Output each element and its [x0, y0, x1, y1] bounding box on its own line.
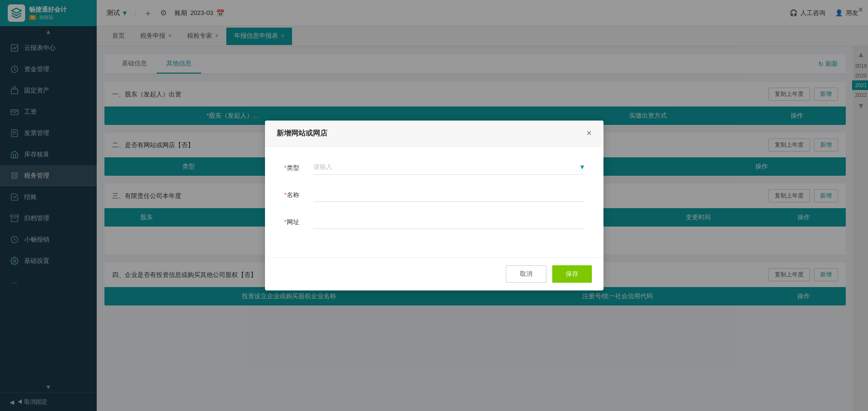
- modal-header: 新增网站或网店 ×: [265, 121, 603, 147]
- modal-close-button[interactable]: ×: [587, 128, 592, 138]
- form-field-type: **类型类型 ▾: [284, 161, 584, 175]
- url-input-wrapper: [313, 215, 584, 229]
- name-input[interactable]: [313, 188, 584, 199]
- type-required: *: [284, 164, 287, 171]
- cancel-button[interactable]: 取消: [506, 265, 546, 283]
- type-input-wrapper: ▾: [313, 161, 584, 175]
- modal-add-website: 新增网站或网店 × **类型类型 ▾ *名称: [265, 121, 603, 290]
- save-button[interactable]: 保存: [552, 265, 592, 283]
- url-input[interactable]: [313, 215, 584, 227]
- modal-body: **类型类型 ▾ *名称 *网址: [265, 147, 603, 257]
- form-field-name: *名称: [284, 188, 584, 202]
- form-field-url: *网址: [284, 215, 584, 229]
- type-input[interactable]: [313, 161, 580, 172]
- name-required: *: [284, 191, 287, 198]
- type-dropdown-icon[interactable]: ▾: [580, 162, 584, 171]
- name-input-wrapper: [313, 188, 584, 202]
- url-required: *: [284, 218, 287, 226]
- modal-overlay[interactable]: 新增网站或网店 × **类型类型 ▾ *名称: [0, 0, 868, 411]
- modal-footer: 取消 保存: [265, 257, 603, 290]
- name-label: *名称: [284, 191, 313, 199]
- url-label: *网址: [284, 218, 313, 227]
- modal-title: 新增网站或网店: [277, 129, 327, 138]
- type-label: **类型类型: [284, 164, 313, 172]
